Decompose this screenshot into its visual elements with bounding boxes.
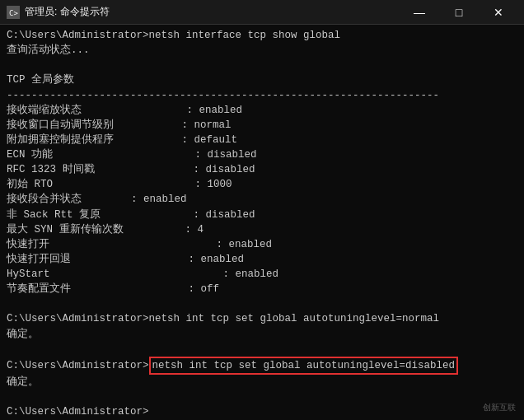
query-line: 查询活动状态... xyxy=(7,43,517,58)
blank-1 xyxy=(7,58,517,72)
final-prompt: C:\Users\Administrator> xyxy=(7,404,517,419)
cmd-icon: C> xyxy=(7,6,20,19)
minimize-button[interactable]: — xyxy=(400,0,438,25)
divider: ----------------------------------------… xyxy=(7,88,517,103)
row-rfc1323: RFC 1323 时间戳 : disabled xyxy=(7,162,517,177)
row-sack: 非 Sack Rtt 复原 : disabled xyxy=(7,208,517,222)
blank-2 xyxy=(7,296,517,311)
prompt-3: C:\Users\Administrator> xyxy=(7,360,149,371)
row-receive-scale: 接收端缩放状态 : enabled xyxy=(7,103,517,118)
title-bar: C> 管理员: 命令提示符 — □ ✕ xyxy=(0,0,524,25)
row-syn: 最大 SYN 重新传输次数 : 4 xyxy=(7,222,517,237)
command-line-3: C:\Users\Administrator>netsh int tcp set… xyxy=(7,357,517,375)
row-recv-window: 接收窗口自动调节级别 : normal xyxy=(7,118,517,133)
row-coalesce: 接收段合并状态 : enabled xyxy=(7,192,517,207)
row-fast-open-fallback: 快速打开回退 : enabled xyxy=(7,252,517,267)
title-bar-left: C> 管理员: 命令提示符 xyxy=(7,5,110,19)
blank-3 xyxy=(7,342,517,357)
row-pacing: 节奏配置文件 : off xyxy=(7,282,517,296)
svg-text:C>: C> xyxy=(9,9,18,17)
section-header: TCP 全局参数 xyxy=(7,72,517,87)
row-hystart: HyStart : enabled xyxy=(7,267,517,282)
command-line-1: C:\Users\Administrator>netsh interface t… xyxy=(7,28,517,43)
terminal-window: C:\Users\Administrator>netsh interface t… xyxy=(0,25,524,420)
confirm-2: 确定。 xyxy=(7,375,517,390)
highlighted-command: netsh int tcp set global autotuninglevel… xyxy=(149,357,459,375)
row-rto: 初始 RTO : 1000 xyxy=(7,177,517,192)
close-button[interactable]: ✕ xyxy=(480,0,517,25)
row-fast-open: 快速打开 : enabled xyxy=(7,237,517,252)
command-line-2: C:\Users\Administrator>netsh int tcp set… xyxy=(7,311,517,326)
row-ecn: ECN 功能 : disabled xyxy=(7,147,517,162)
blank-4 xyxy=(7,390,517,404)
row-add-congestion: 附加拥塞控制提供程序 : default xyxy=(7,133,517,147)
confirm-1: 确定。 xyxy=(7,327,517,342)
window-controls: — □ ✕ xyxy=(400,0,517,25)
maximize-button[interactable]: □ xyxy=(440,0,478,25)
window-title: 管理员: 命令提示符 xyxy=(25,5,110,19)
